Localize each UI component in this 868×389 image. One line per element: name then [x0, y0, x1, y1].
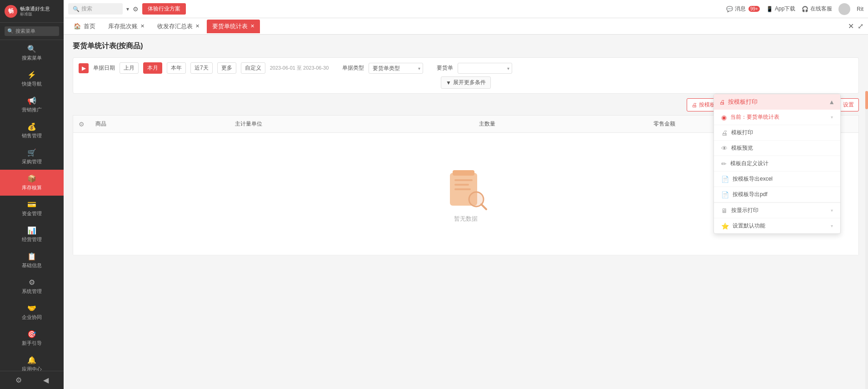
template-export-excel-label: 按模板导出excel [733, 175, 773, 183]
tab-order-stats-close[interactable]: ✕ [250, 23, 254, 29]
message-badge: 99+ [748, 6, 760, 12]
trial-button[interactable]: 体验行业方案 [142, 3, 186, 15]
app-download-icon: 📱 [766, 6, 773, 12]
search-icon: 🔍 [7, 28, 14, 34]
message-item[interactable]: 💬 消息 99+ [726, 5, 760, 13]
filter-row-1: ▶ 单据日期 上月 本月 本年 近7天 更多 自定义 2023-06-01 至 … [79, 62, 853, 74]
date-btn-last-7[interactable]: 近7天 [190, 62, 213, 74]
basic-label: 基础信息 [22, 262, 42, 269]
date-btn-last-month[interactable]: 上月 [120, 62, 139, 74]
right-scrollbar[interactable] [865, 91, 868, 389]
settings-page-button[interactable]: 设置 [838, 98, 859, 111]
print-dropdown-title: 按模板打印 [728, 98, 758, 106]
order-select-wrapper[interactable] [458, 63, 512, 74]
app-name-text: 畅康通好生意 标准版 [20, 5, 50, 17]
system-icon: ⚙ [29, 278, 35, 287]
quick-nav-label: 快捷导航 [22, 81, 42, 87]
current-template-icon: ◉ [721, 114, 727, 121]
sidebar-search-area[interactable]: 🔍 搜索菜单 [0, 23, 64, 40]
expand-more-button[interactable]: ▼ 展开更多条件 [441, 76, 491, 89]
sidebar-item-collab[interactable]: 🤝 企业协同 [0, 299, 64, 325]
date-range-text: 2023-06-01 至 2023-06-30 [270, 65, 329, 71]
date-btn-this-month[interactable]: 本月 [143, 62, 162, 74]
print-dropdown-close-icon[interactable]: ▲ [828, 98, 835, 106]
operation-label: 经营管理 [22, 236, 42, 243]
sidebar-item-inventory[interactable]: 📦 库存核算 [0, 170, 64, 196]
online-service-item[interactable]: 🎧 在线客服 [802, 5, 832, 13]
filter-bar: ▶ 单据日期 上月 本月 本年 近7天 更多 自定义 2023-06-01 至 … [73, 57, 859, 94]
sales-label: 销售管理 [22, 132, 42, 139]
filter-toggle-button[interactable]: ▶ [79, 63, 89, 73]
display-print-item[interactable]: 🖥 按显示打印 ▾ [714, 203, 840, 218]
tab-inventory-batch-close[interactable]: ✕ [140, 23, 145, 29]
current-template-item[interactable]: ◉ 当前：要货单统计表 ▾ [714, 110, 840, 125]
collab-label: 企业协同 [22, 314, 42, 321]
sidebar-item-marketing[interactable]: 📢 营销推广 [0, 92, 64, 118]
date-btn-this-year[interactable]: 本年 [167, 62, 186, 74]
sidebar-item-purchase[interactable]: 🛒 采购管理 [0, 144, 64, 170]
empty-svg-icon [441, 165, 491, 215]
maximize-window-icon[interactable]: ⤢ [858, 22, 863, 30]
print-icon: 🖨 [692, 102, 697, 108]
col-product: 商品 [90, 116, 229, 133]
marketing-label: 营销推广 [22, 106, 42, 113]
order-select[interactable] [458, 63, 512, 74]
tab-inventory-batch[interactable]: 库存批次账✕ [103, 20, 150, 33]
table-settings-icon[interactable]: ⚙ [79, 121, 85, 128]
topbar-gear-icon[interactable]: ⚙ [133, 5, 139, 13]
default-fn-item[interactable]: ⭐ 设置默认功能 ▾ [714, 218, 840, 233]
template-print-item[interactable]: 🖨 模板打印 [714, 125, 840, 141]
default-fn-icon: ⭐ [721, 222, 729, 230]
topbar-search[interactable]: 🔍 搜索 [68, 3, 123, 15]
template-export-pdf-item[interactable]: 📄 按模板导出pdf [714, 187, 840, 202]
col-quantity: 主数量 [474, 116, 648, 133]
sidebar-item-appstore[interactable]: 🔔 应用中心 [0, 351, 64, 371]
tab-home[interactable]: 🏠 首页 [68, 20, 101, 33]
tab-order-stats[interactable]: 要货单统计表✕ [207, 20, 260, 33]
app-download-item[interactable]: 📱 App下载 [766, 5, 795, 13]
sidebar-item-sales[interactable]: 💰 销售管理 [0, 118, 64, 144]
topbar-dropdown-icon[interactable]: ▾ [126, 6, 129, 12]
sidebar-item-finance[interactable]: 💳 资金管理 [0, 196, 64, 222]
sidebar-logo: 畅 畅康通好生意 标准版 [0, 0, 64, 23]
close-window-icon[interactable]: ✕ [848, 22, 854, 30]
collapse-icon[interactable]: ◀ [43, 376, 49, 384]
user-avatar[interactable] [838, 3, 850, 15]
settings-icon[interactable]: ⚙ [15, 376, 22, 384]
template-design-icon: ✏ [721, 160, 727, 167]
type-label: 单据类型 [342, 64, 364, 72]
template-export-excel-icon: 📄 [721, 176, 729, 183]
guide-label: 新手引导 [22, 340, 42, 347]
template-export-pdf-label: 按模板导出pdf [733, 191, 768, 198]
topbar-right: 💬 消息 99+ 📱 App下载 🎧 在线客服 Rit [726, 3, 863, 15]
basic-icon: 📋 [27, 252, 36, 261]
sidebar-item-basic[interactable]: 📋 基础信息 [0, 248, 64, 273]
sidebar-item-quick-nav[interactable]: ⚡ 快捷导航 [0, 66, 64, 92]
type-select-wrapper[interactable]: 要货单类型 [369, 63, 423, 74]
collab-icon: 🤝 [27, 304, 36, 313]
display-print-arrow: ▾ [831, 208, 833, 213]
sidebar-item-search[interactable]: 🔍 搜索菜单 [0, 40, 64, 66]
type-select[interactable]: 要货单类型 [369, 63, 423, 74]
search-placeholder: 搜索菜单 [15, 28, 35, 35]
template-preview-icon: 👁 [721, 145, 728, 152]
sales-icon: 💰 [27, 122, 36, 131]
date-btn-custom[interactable]: 自定义 [241, 62, 265, 74]
tab-inventory-batch-label: 库存批次账 [108, 22, 138, 30]
template-design-item[interactable]: ✏ 模板自定义设计 [714, 156, 840, 172]
quick-nav-icon: ⚡ [27, 71, 36, 79]
template-preview-item[interactable]: 👁 模板预览 [714, 141, 840, 156]
tab-receipt-summary-label: 收发存汇总表 [157, 22, 193, 30]
sidebar-item-operation[interactable]: 📊 经营管理 [0, 222, 64, 248]
topbar-search-icon: 🔍 [73, 6, 80, 12]
template-export-excel-item[interactable]: 📄 按模板导出excel [714, 172, 840, 187]
sidebar-item-system[interactable]: ⚙ 系统管理 [0, 273, 64, 299]
date-btn-more[interactable]: 更多 [217, 62, 236, 74]
guide-icon: 🎯 [27, 330, 36, 338]
marketing-icon: 📢 [27, 96, 36, 105]
sidebar-item-guide[interactable]: 🎯 新手引导 [0, 325, 64, 351]
username-text[interactable]: Rit [857, 6, 863, 12]
tab-receipt-summary[interactable]: 收发存汇总表✕ [152, 20, 205, 33]
display-print-icon: 🖥 [721, 207, 728, 214]
tab-receipt-summary-close[interactable]: ✕ [195, 23, 200, 29]
